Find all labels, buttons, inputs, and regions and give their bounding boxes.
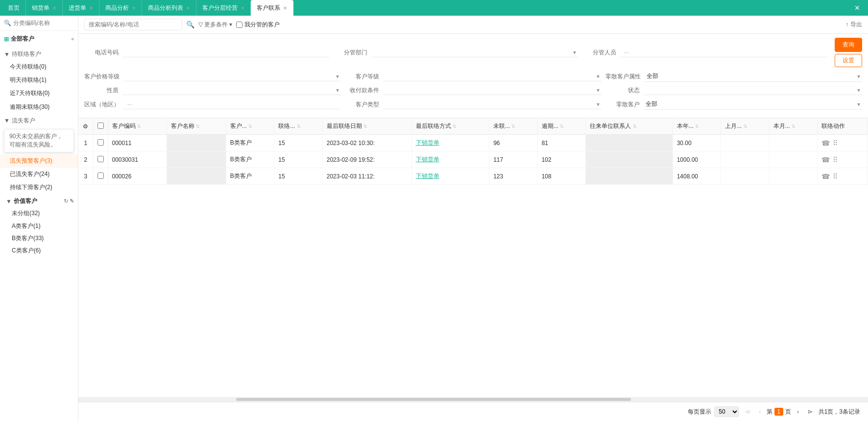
action-more-icon[interactable]: ⠿	[833, 139, 838, 147]
manager-select[interactable]: ···	[620, 48, 827, 57]
close-tab-customer-contact[interactable]: ✕	[283, 5, 287, 11]
tab-customer-contact[interactable]: 客户联系 ✕	[251, 0, 293, 16]
row-way-1[interactable]: 下销货单	[411, 151, 489, 168]
customer-level-select[interactable]: ▾	[383, 72, 602, 81]
sort-person-icon[interactable]: ⇅	[633, 124, 637, 129]
scroll-thumb[interactable]	[236, 398, 631, 401]
sort-contact-icon[interactable]: ⇅	[297, 124, 301, 129]
sidebar-item-churned[interactable]: 已流失客户(24)	[0, 168, 78, 181]
sidebar-item-class-c[interactable]: C类客户(6)	[0, 245, 78, 257]
action-contact-icon[interactable]: ☎	[821, 173, 830, 180]
retail-customer-select[interactable]: 全部 ▾	[644, 99, 862, 110]
sidebar-value-section[interactable]: ▼ 价值客户 ↻ ✎	[0, 194, 78, 207]
close-tab-product-analysis-list[interactable]: ✕	[186, 5, 190, 11]
collapse-icon[interactable]: «	[71, 36, 74, 42]
region-select[interactable]: ···	[123, 100, 341, 109]
contact-way-link[interactable]: 下销货单	[416, 156, 439, 163]
row-checkbox-2[interactable]	[93, 168, 108, 185]
horizontal-scrollbar[interactable]	[78, 397, 868, 402]
sort-overdue-icon[interactable]: ⇅	[560, 124, 564, 129]
row-select-checkbox[interactable]	[97, 139, 104, 146]
sidebar-item-overdue-contact[interactable]: 逾期未联络(30)	[0, 100, 78, 114]
tab-product-analysis[interactable]: 商品分析 ✕	[99, 0, 142, 16]
more-conditions-button[interactable]: ▽ 更多条件 ▾	[198, 21, 232, 29]
row-way-0[interactable]: 下销货单	[411, 135, 489, 151]
col-name: 客户名称 ⇅	[167, 118, 226, 135]
sidebar-item-7day-contact[interactable]: 近7天待联络(0)	[0, 87, 78, 100]
sidebar-search-input[interactable]	[13, 20, 74, 26]
sort-date-icon[interactable]: ⇅	[363, 124, 367, 129]
tab-sales-order[interactable]: 销货单 ✕	[26, 0, 63, 16]
select-all-checkbox[interactable]	[97, 123, 104, 129]
sidebar-item-declining[interactable]: 持续下滑客户(2)	[0, 181, 78, 194]
row-action-1[interactable]: ☎ ⠿	[818, 151, 868, 168]
action-more-icon[interactable]: ⠿	[833, 173, 838, 180]
sort-type-icon[interactable]: ⇅	[248, 124, 252, 129]
my-customers-checkbox-label[interactable]: 我分管的客户	[236, 21, 280, 29]
contact-way-link[interactable]: 下销货单	[416, 139, 439, 146]
action-contact-icon[interactable]: ☎	[821, 139, 830, 147]
retail-attr-select[interactable]: 全部 ▾	[645, 71, 862, 82]
close-tab-purchase-order[interactable]: ✕	[89, 5, 93, 11]
sidebar-all-customers[interactable]: ⊞ 全部客户 «	[0, 31, 78, 47]
col-settings[interactable]: ⚙	[78, 118, 93, 135]
settings-button[interactable]: 设置	[835, 54, 862, 67]
row-select-checkbox[interactable]	[97, 173, 104, 179]
sort-code-icon[interactable]: ⇅	[137, 124, 141, 129]
action-contact-icon[interactable]: ☎	[821, 156, 830, 164]
contact-way-link[interactable]: 下销货单	[416, 173, 439, 179]
next-page-button[interactable]: ›	[794, 407, 802, 416]
page-size-select[interactable]: 50 100 200	[714, 406, 739, 417]
dept-select[interactable]: ▾	[371, 48, 578, 57]
sort-way-icon[interactable]: ⇅	[453, 124, 457, 129]
export-button[interactable]: ↑ 导出	[845, 21, 862, 29]
sort-year-icon[interactable]: ⇅	[695, 124, 699, 129]
row-checkbox-1[interactable]	[93, 151, 108, 168]
row-type-1: B类客户	[226, 151, 274, 168]
search-input[interactable]	[84, 19, 182, 30]
sidebar-churn-section[interactable]: ▼ 流失客户	[0, 114, 78, 127]
phone-input[interactable]	[122, 48, 329, 57]
close-tab-sales-order[interactable]: ✕	[52, 5, 56, 11]
row-action-0[interactable]: ☎ ⠿	[818, 135, 868, 151]
sidebar-item-today-contact[interactable]: 今天待联络(0)	[0, 60, 78, 74]
prev-page-button[interactable]: ‹	[756, 407, 764, 416]
search-button[interactable]: 🔍	[186, 21, 194, 28]
tab-product-analysis-list[interactable]: 商品分析列表 ✕	[142, 0, 196, 16]
sidebar-item-churn-warning[interactable]: 流失预警客户(3)	[0, 154, 78, 168]
my-customers-checkbox[interactable]	[236, 22, 242, 28]
sidebar-item-class-a[interactable]: A类客户(1)	[0, 220, 78, 232]
price-level-select[interactable]: ▾	[123, 72, 341, 81]
row-action-2[interactable]: ☎ ⠿	[818, 168, 868, 185]
col-checkbox[interactable]	[93, 118, 108, 135]
gender-select[interactable]: ▾	[122, 86, 341, 95]
region-dots[interactable]: ···	[127, 101, 132, 108]
sidebar-pending-section[interactable]: ▼ 待联络客户	[0, 47, 78, 60]
row-contact-2: 15	[274, 168, 323, 185]
window-close-button[interactable]: ✕	[848, 4, 866, 12]
customer-type-select[interactable]: ▾	[383, 100, 602, 109]
sort-thismonth-icon[interactable]: ⇅	[792, 124, 796, 129]
sort-lastmonth-icon[interactable]: ⇅	[744, 124, 747, 129]
sort-name-icon[interactable]: ⇅	[196, 124, 200, 129]
row-way-2[interactable]: 下销货单	[411, 168, 489, 185]
query-button[interactable]: 查询	[835, 38, 862, 52]
payment-select[interactable]: ▾	[383, 86, 602, 95]
first-page-button[interactable]: ⊲	[742, 407, 753, 416]
row-checkbox-0[interactable]	[93, 135, 108, 151]
manager-dots[interactable]: ···	[624, 49, 629, 56]
tab-customer-layering[interactable]: 客户分层经营 ✕	[196, 0, 251, 16]
sidebar-item-ungroup[interactable]: 未分组(32)	[0, 207, 78, 220]
last-page-button[interactable]: ⊳	[805, 407, 816, 416]
action-more-icon[interactable]: ⠿	[833, 156, 838, 164]
sidebar-item-tomorrow-contact[interactable]: 明天待联络(1)	[0, 74, 78, 87]
tab-purchase-order[interactable]: 进货单 ✕	[63, 0, 99, 16]
status-select[interactable]: ▾	[644, 86, 862, 95]
close-tab-customer-layering[interactable]: ✕	[241, 5, 244, 11]
value-section-icons[interactable]: ↻ ✎	[64, 198, 74, 204]
sort-notcontact-icon[interactable]: ⇅	[511, 124, 515, 129]
sidebar-item-class-b[interactable]: B类客户(33)	[0, 232, 78, 245]
close-tab-product-analysis[interactable]: ✕	[132, 5, 136, 11]
tab-home[interactable]: 首页	[2, 0, 26, 16]
row-select-checkbox[interactable]	[97, 156, 104, 162]
